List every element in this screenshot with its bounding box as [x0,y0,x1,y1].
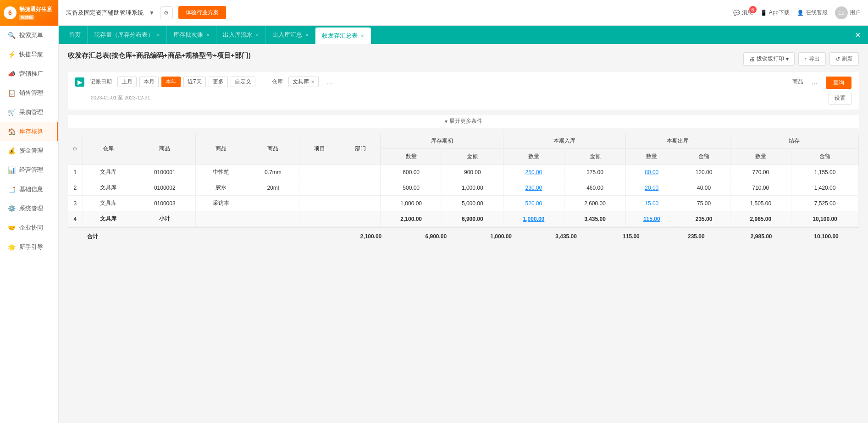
topbar: 装备及固定资产辅助管理系统 ▼ ⚙ 体验行业方案 💬 消息 6 📱 App下载 … [59,0,868,26]
sidebar-item-system[interactable]: ⚙️ 系统管理 [0,199,58,218]
table-row: 2 文具库 0100002 胶水 20ml 500.00 1,000.00 23… [68,180,859,196]
filter-expand-button[interactable]: ▶ [75,77,84,87]
total-out-qty: 115.00 [599,231,664,242]
total-bal-qty: 2,985.00 [729,231,794,242]
tab-home[interactable]: 首页 [62,26,88,44]
sidebar-item-guide[interactable]: 🌟 新手引导 [0,237,58,257]
total-label: 合计 [87,233,98,241]
th-out-amt: 金额 [678,149,730,165]
user-menu[interactable]: Ea 用户 [835,6,861,19]
row3-spec [247,196,299,211]
sidebar-item-finance[interactable]: 💰 资金管理 [0,141,58,160]
th-in-period-group: 本期入库 [503,133,625,149]
date-btn-custom[interactable]: 自定义 [231,77,255,87]
total-out-amt: 235.00 [663,231,729,242]
message-icon: 💬 [733,10,740,16]
th-bal-qty: 数量 [730,149,791,165]
tab-bar-close-button[interactable]: ✕ [851,31,864,39]
subtotal-warehouse: 文具库 [83,211,134,227]
subtotal-in-qty[interactable]: 1,000.00 [503,211,564,227]
row3-in-qty[interactable]: 520.00 [503,196,564,211]
system-icon: ⚙️ [7,205,16,212]
messages-button[interactable]: 💬 消息 6 [733,9,753,16]
sidebar-item-purchase[interactable]: 🛒 采购管理 [0,103,58,122]
th-opening-group: 库存期初 [381,133,503,149]
total-in-qty: 1,000.00 [469,231,534,242]
sidebar-item-sales[interactable]: 📋 销售管理 [0,83,58,103]
row1-out-qty[interactable]: 80.00 [625,165,678,180]
close-tab-stock[interactable]: ✕ [156,33,160,38]
subtotal-out-amt: 235.00 [678,211,730,227]
date-btn-more[interactable]: 更多 [209,77,228,87]
row1-seq: 1 [68,165,83,180]
date-btn-last-month[interactable]: 上月 [117,77,137,87]
data-table: ⚙ 仓库 商品 商品 商品 项目 部门 库存期初 本期入库 本期出库 结存 [68,133,859,227]
sidebar-item-inventory[interactable]: 🏠 库存核算 [0,122,58,141]
column-settings-button[interactable]: 设置 [829,92,851,105]
row1-out-amt: 120.00 [678,165,730,180]
app-download-button[interactable]: 📱 App下载 [760,9,790,16]
subtotal-seq: 4 [68,211,83,227]
close-tab-flow[interactable]: ✕ [255,33,259,38]
query-button[interactable]: 查询 [826,77,851,89]
purchase-icon: 🛒 [7,109,16,116]
sidebar-item-label: 采购管理 [19,108,43,116]
sidebar-item-enterprise[interactable]: 🤝 企业协同 [0,218,58,237]
th-project: 项目 [299,133,340,165]
subtotal-opening-qty: 2,100.00 [381,211,442,227]
sidebar-item-marketing[interactable]: 📣 营销推广 [0,64,58,83]
row2-dept [340,180,381,196]
row3-in-amt: 2,600.00 [564,196,626,211]
print-button[interactable]: 🖨 拔锁版打印 ▾ [743,52,795,66]
tab-inout-summary[interactable]: 出入库汇总 ✕ [266,26,315,44]
th-opening-amt: 金额 [442,149,503,165]
sidebar-item-quick-nav[interactable]: ⚡ 快捷导航 [0,45,58,64]
row3-out-qty[interactable]: 15.00 [625,196,678,211]
tab-stock-distribution[interactable]: 现存量（库存分布表） ✕ [88,26,167,44]
trial-button[interactable]: 体验行业方案 [178,6,226,19]
sidebar-item-basic-info[interactable]: 📑 基础信息 [0,180,58,199]
export-button[interactable]: ↑ 导出 [798,52,826,66]
sidebar-item-label: 新手引导 [19,243,43,251]
online-service-button[interactable]: 👤 在线客服 [797,9,828,16]
row1-opening-qty: 600.00 [381,165,442,180]
subtotal-out-qty[interactable]: 115.00 [625,211,678,227]
close-tab-summary[interactable]: ✕ [305,33,309,38]
row2-in-qty[interactable]: 230.00 [503,180,564,196]
row1-bal-amt: 1,155.00 [791,165,859,180]
sidebar-item-label: 资金管理 [19,147,43,155]
guide-icon: 🌟 [7,243,16,251]
sidebar-item-search[interactable]: 🔍 搜索菜单 [0,26,58,45]
data-table-container: ⚙ 仓库 商品 商品 商品 项目 部门 库存期初 本期入库 本期出库 结存 [68,133,859,227]
total-bal-amt: 10,100.00 [794,231,859,242]
refresh-button[interactable]: ↺ 刷新 [829,52,859,66]
date-btn-this-year[interactable]: 本年 [161,77,181,87]
warehouse-tag-close[interactable]: ✕ [311,79,315,84]
warehouse-more-button[interactable]: ... [324,78,336,86]
row2-out-qty[interactable]: 20.00 [625,180,678,196]
total-opening-amt: 6,900.00 [404,231,469,242]
tab-batch-account[interactable]: 库存批次账 ✕ [167,26,216,44]
goods-more-button[interactable]: ... [809,78,820,86]
tab-recv-send-summary[interactable]: 收发存汇总表 ✕ [315,27,371,44]
marketing-icon: 📣 [7,70,16,77]
date-btn-this-month[interactable]: 本月 [139,77,159,87]
app-name: 畅捷通好生意 [19,5,52,13]
expand-more-section: ▾ 展开更多条件 [68,114,859,128]
filter-section: ▶ 记账日期 上月 本月 本年 近7天 更多 自定义 仓库 文具库 ✕ [68,72,859,110]
row1-in-qty[interactable]: 250.00 [503,165,564,180]
logo-icon: 6 [4,6,17,19]
sidebar-item-operations[interactable]: 📊 经营管理 [0,160,58,180]
tab-inout-flow[interactable]: 出入库流水 ✕ [216,26,266,44]
row2-opening-qty: 500.00 [381,180,442,196]
close-tab-recv[interactable]: ✕ [360,33,364,38]
expand-more-button[interactable]: ▾ 展开更多条件 [445,117,482,125]
system-dropdown[interactable]: ▼ [149,10,155,16]
settings-gear-button[interactable]: ⚙ [160,6,173,19]
tab-bar: 首页 现存量（库存分布表） ✕ 库存批次账 ✕ 出入库流水 ✕ 出入库汇总 ✕ … [59,26,868,44]
date-btn-7days[interactable]: 近7天 [183,77,206,87]
close-tab-batch[interactable]: ✕ [206,33,210,38]
row3-opening-amt: 5,000.00 [442,196,503,211]
column-gear-icon[interactable]: ⚙ [72,146,78,152]
quick-nav-icon: ⚡ [7,51,16,58]
